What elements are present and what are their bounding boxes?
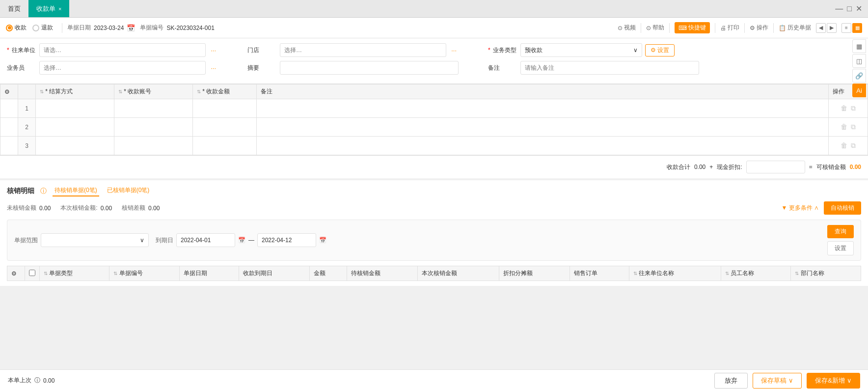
hexiao-info-icon[interactable]: ⓘ: [40, 187, 47, 196]
beizhu-input[interactable]: [520, 61, 699, 75]
view-list-icon[interactable]: ≡: [841, 23, 851, 33]
benci-jine-label: 本次核销金额: [422, 270, 457, 277]
hexiao-stats: 未核销金额 0.00 本次核销金额: 0.00 核销差额 0.00 ▼ 更多条件…: [7, 201, 861, 215]
row3-shoukuanzhang[interactable]: [114, 137, 193, 155]
wei-label: 未核销金额: [7, 204, 36, 212]
right-panel-btn-4[interactable]: Ai: [852, 84, 866, 97]
minimize-icon[interactable]: —: [835, 4, 843, 13]
row2-delete-icon[interactable]: 🗑: [841, 123, 847, 131]
tab-pending[interactable]: 待核销单据(0笔): [53, 185, 99, 196]
right-panel-btn-3[interactable]: 🔗: [852, 69, 866, 83]
settings-btn-form[interactable]: ⚙ 设置: [645, 44, 675, 56]
heji-label: 收款合计: [667, 163, 690, 171]
calendar-to-icon[interactable]: 📅: [319, 237, 326, 244]
bt-col-checkbox[interactable]: [25, 266, 40, 281]
radio-tuikuan[interactable]: 退款: [32, 24, 53, 32]
wanglai-label: * 往来单位: [7, 46, 36, 55]
row2-shoukuanzhang[interactable]: [114, 118, 193, 137]
row3-beizhu[interactable]: [257, 137, 829, 155]
date-from-input[interactable]: [176, 233, 235, 247]
row3-num: 3: [18, 137, 36, 155]
row1-copy-icon[interactable]: ⧉: [851, 104, 856, 112]
benci-value: 0.00: [101, 205, 112, 212]
action-help[interactable]: ⊙ 帮助: [646, 24, 664, 32]
row1-action: 🗑 ⧉: [829, 99, 868, 118]
query-btn[interactable]: 查询: [827, 225, 854, 238]
row3-delete-icon[interactable]: 🗑: [841, 141, 847, 149]
yuangong-label: 员工名称: [731, 270, 754, 277]
form-area: * 往来单位 ··· 门店 ··· * 业务类型 预收款 ∨: [0, 38, 868, 84]
kuaijian-button[interactable]: ⌨ 快捷键: [675, 22, 710, 33]
action-lishi[interactable]: 📋 历史单据: [779, 24, 811, 32]
row1-shoukuanzhang[interactable]: [114, 99, 193, 118]
right-panel-btn-1[interactable]: ▦: [852, 39, 866, 53]
sort-amount[interactable]: ⇅: [197, 89, 201, 94]
nav-next[interactable]: ▶: [827, 23, 837, 33]
bt-col-settings[interactable]: ⚙: [7, 266, 25, 281]
row2-beizhu[interactable]: [257, 118, 829, 137]
mendian-more-btn[interactable]: ···: [449, 47, 459, 54]
sort-jsfangshi[interactable]: ⇅: [40, 89, 44, 94]
bt-select-all-checkbox[interactable]: [29, 270, 35, 276]
row1-jsfangshi[interactable]: [36, 99, 114, 118]
footer-value: 0.00: [43, 377, 54, 384]
action-caozuo[interactable]: ⚙ 操作: [750, 24, 768, 32]
close-icon[interactable]: ✕: [856, 4, 862, 13]
date-calendar-icon[interactable]: 📅: [127, 24, 135, 32]
sort-shoukuan[interactable]: ⇅: [118, 89, 122, 94]
date-to-input[interactable]: [257, 233, 316, 247]
kuaijian-label: 快捷键: [688, 24, 706, 32]
row1-beizhu[interactable]: [257, 99, 829, 118]
nav-prev[interactable]: ◀: [816, 23, 826, 33]
row1-delete-icon[interactable]: 🗑: [841, 104, 847, 112]
zhaiyao-input[interactable]: [280, 61, 459, 75]
field-beizhu: 备注: [488, 61, 699, 75]
right-panel-btn-2[interactable]: ◫: [852, 54, 866, 68]
form-row-1: * 往来单位 ··· 门店 ··· * 业务类型 预收款 ∨: [7, 43, 861, 57]
discard-button[interactable]: 放弃: [714, 373, 748, 389]
ai-label: Ai: [856, 87, 862, 94]
stat-benci: 本次核销金额: 0.00: [60, 204, 112, 212]
save-new-chevron: ∨: [847, 377, 852, 384]
row2-amount[interactable]: [193, 118, 257, 137]
hexiao-settings-btn[interactable]: 设置: [827, 241, 854, 255]
col-num-header: [18, 84, 36, 99]
wanglai-more-btn[interactable]: ···: [209, 47, 218, 54]
radio-shoukuan[interactable]: 收款: [6, 24, 27, 32]
calc-row: 收款合计 0.00 + 现金折扣: = 可核销金额 0.00: [667, 161, 861, 173]
tab-done[interactable]: 已核销单据(0笔): [105, 185, 152, 196]
row3-copy-icon[interactable]: ⧉: [851, 141, 856, 149]
mendian-input[interactable]: [280, 43, 446, 57]
xianjian-label: 现金折扣:: [717, 163, 742, 171]
save-draft-button[interactable]: 保存草稿 ∨: [753, 373, 802, 389]
calendar-from-icon[interactable]: 📅: [238, 237, 245, 244]
save-new-button[interactable]: 保存&新增 ∨: [807, 373, 860, 389]
row1-amount[interactable]: [193, 99, 257, 118]
wanglai-input[interactable]: [39, 43, 206, 57]
action-dayin[interactable]: 🖨 打印: [720, 24, 739, 32]
yewuyuan-more-btn[interactable]: ···: [209, 64, 218, 72]
yewu-label-text: 业务类型: [493, 47, 516, 54]
footer-info-icon[interactable]: ⓘ: [34, 376, 40, 385]
row3-amount[interactable]: [193, 137, 257, 155]
yewu-select[interactable]: 预收款 ∨: [520, 43, 642, 57]
row2-copy-icon[interactable]: ⧉: [851, 123, 856, 131]
maximize-icon[interactable]: □: [847, 4, 852, 13]
auto-hexiao-btn[interactable]: 自动核销: [824, 201, 861, 215]
more-filter-btn[interactable]: ▼ 更多条件 ∧: [781, 204, 819, 212]
col-settings-header[interactable]: ⚙: [0, 84, 18, 99]
kehe-label: 可核销金额: [816, 163, 846, 171]
row2-jsfangshi[interactable]: [36, 118, 114, 137]
xianjian-input[interactable]: [746, 161, 805, 173]
tab-home[interactable]: 首页: [0, 0, 28, 17]
tab-close-icon[interactable]: ×: [58, 6, 61, 12]
view-grid-icon[interactable]: ▦: [852, 23, 862, 33]
tab-active[interactable]: 收款单 ×: [28, 0, 69, 17]
action-video[interactable]: ⊙ 视频: [618, 24, 636, 32]
fanwei-select[interactable]: ∨: [41, 233, 149, 247]
settings-gear-icon: ⚙: [651, 47, 656, 54]
bt-settings-icon: ⚙: [11, 270, 17, 277]
yewuyuan-input[interactable]: [39, 61, 206, 75]
row3-jsfangshi[interactable]: [36, 137, 114, 155]
caozuo-icon: ⚙: [750, 25, 755, 31]
